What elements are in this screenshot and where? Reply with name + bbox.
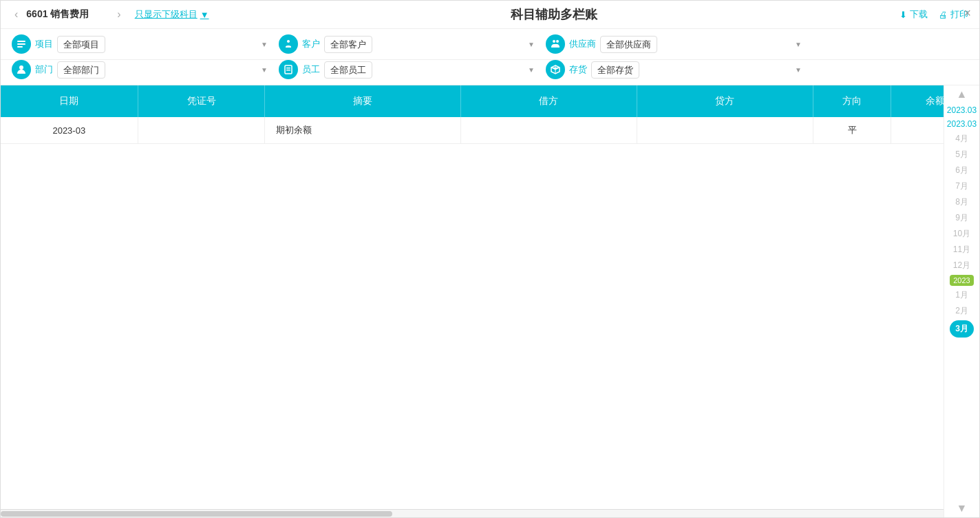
- show-sub-accounts-button[interactable]: 只显示下级科目 ▼: [135, 8, 209, 21]
- cell-debit: [460, 117, 637, 144]
- svg-rect-7: [286, 68, 290, 69]
- supplier-icon: [546, 34, 565, 54]
- cell-voucher: [138, 117, 265, 144]
- timeline-item-0[interactable]: 2023.03: [947, 103, 977, 117]
- employee-icon: [279, 60, 298, 79]
- toolbar-right: ⬇ 下载 🖨 打印: [899, 8, 968, 21]
- timeline-item-2[interactable]: 4月: [947, 131, 977, 147]
- main-window: ‹ 6601 销售费用 › 只显示下级科目 ▼ 科目辅助多栏账 ⬇ 下载 🖨 打…: [0, 0, 980, 518]
- employee-label: 员工: [302, 63, 320, 76]
- department-icon: [12, 60, 31, 79]
- col-debit: 借方: [460, 85, 637, 117]
- timeline-item-9[interactable]: 11月: [947, 242, 977, 258]
- project-label: 项目: [35, 38, 53, 50]
- svg-rect-0: [17, 41, 25, 42]
- customer-select[interactable]: 全部客户: [324, 36, 372, 53]
- table-wrapper: 日期 凭证号 摘要 借方 贷方 方向 余额 2023-03 期初余额 平: [1, 85, 979, 509]
- cell-summary: 期初余额: [265, 117, 460, 144]
- svg-point-4: [556, 40, 559, 43]
- col-direction: 方向: [813, 85, 891, 117]
- timeline-up-button[interactable]: ▲: [944, 85, 979, 103]
- inventory-icon: [546, 60, 565, 79]
- department-filter-group: 部门 全部部门: [12, 60, 273, 79]
- employee-select[interactable]: 全部员工: [324, 61, 372, 79]
- table-header-row: 日期 凭证号 摘要 借方 贷方 方向 余额: [1, 85, 979, 117]
- supplier-label: 供应商: [569, 38, 596, 50]
- department-select[interactable]: 全部部门: [57, 61, 105, 79]
- svg-rect-2: [17, 46, 23, 48]
- timeline-item-5[interactable]: 7月: [947, 178, 977, 194]
- customer-icon: [279, 34, 298, 54]
- inventory-select[interactable]: 全部存货: [591, 61, 639, 79]
- timeline-panel: ▲ 2023.032023.034月5月6月7月8月9月10月11月12月202…: [944, 85, 979, 517]
- svg-rect-8: [286, 70, 290, 71]
- timeline-down-icon: ▼: [957, 502, 968, 515]
- page-title: 科目辅助多栏账: [215, 6, 894, 23]
- supplier-filter-group: 供应商 全部供应商: [546, 34, 807, 54]
- project-filter-group: 项目 全部项目: [12, 34, 273, 54]
- svg-point-5: [19, 65, 23, 70]
- inventory-filter-group: 存货 全部存货: [546, 60, 807, 79]
- next-account-button[interactable]: ›: [114, 7, 123, 22]
- col-credit: 贷方: [637, 85, 813, 117]
- horizontal-scrollbar[interactable]: [1, 509, 979, 517]
- department-label: 部门: [35, 63, 53, 76]
- close-button[interactable]: ×: [963, 6, 971, 21]
- scrollbar-thumb[interactable]: [1, 511, 392, 517]
- print-icon: 🖨: [939, 10, 948, 20]
- cell-credit: [637, 117, 813, 144]
- ledger-table: 日期 凭证号 摘要 借方 贷方 方向 余额 2023-03 期初余额 平: [1, 85, 979, 144]
- cell-direction: 平: [813, 117, 891, 144]
- col-date: 日期: [1, 85, 138, 117]
- prev-account-button[interactable]: ‹: [12, 7, 21, 22]
- timeline-item-13[interactable]: 2月: [947, 303, 977, 319]
- timeline-item-11[interactable]: 2023: [950, 275, 974, 286]
- cell-date: 2023-03: [1, 117, 138, 144]
- download-button[interactable]: ⬇ 下载: [899, 8, 928, 21]
- filter-area-2: 部门 全部部门 员工 全部员工: [1, 60, 979, 85]
- timeline-item-6[interactable]: 8月: [947, 194, 977, 210]
- svg-point-3: [553, 40, 555, 43]
- customer-label: 客户: [302, 38, 320, 50]
- timeline-item-12[interactable]: 1月: [947, 287, 977, 303]
- timeline-item-7[interactable]: 9月: [947, 210, 977, 226]
- customer-filter-group: 客户 全部客户: [279, 34, 540, 54]
- filter-area: 项目 全部项目 客户 全部客户: [1, 29, 979, 60]
- employee-filter-group: 员工 全部员工: [279, 60, 540, 79]
- timeline-item-3[interactable]: 5月: [947, 147, 977, 163]
- table-row: 2023-03 期初余额 平: [1, 117, 979, 144]
- download-icon: ⬇: [899, 10, 907, 20]
- account-code-name: 6601 销售费用: [26, 8, 109, 21]
- timeline-down-button[interactable]: ▼: [944, 499, 979, 517]
- timeline-up-icon: ▲: [957, 88, 968, 101]
- project-icon: [12, 34, 31, 54]
- svg-rect-1: [17, 43, 25, 45]
- title-bar: ‹ 6601 销售费用 › 只显示下级科目 ▼ 科目辅助多栏账 ⬇ 下载 🖨 打…: [1, 1, 979, 29]
- supplier-select[interactable]: 全部供应商: [600, 36, 657, 53]
- inventory-label: 存货: [569, 63, 587, 76]
- col-voucher: 凭证号: [138, 85, 265, 117]
- timeline-item-10[interactable]: 12月: [947, 258, 977, 273]
- timeline-item-14[interactable]: 3月: [950, 320, 974, 338]
- timeline-item-8[interactable]: 10月: [947, 226, 977, 242]
- project-select[interactable]: 全部项目: [57, 36, 105, 53]
- timeline-item-1[interactable]: 2023.03: [947, 117, 977, 131]
- timeline-item-4[interactable]: 6月: [947, 163, 977, 178]
- col-summary: 摘要: [265, 85, 460, 117]
